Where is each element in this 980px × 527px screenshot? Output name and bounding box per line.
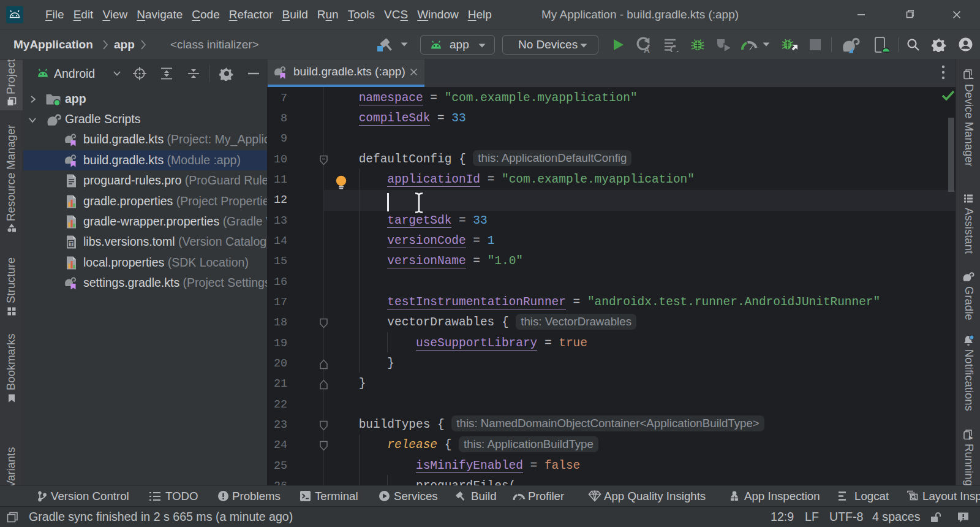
svg-text:A: A: [644, 45, 650, 53]
svg-text:T: T: [70, 241, 74, 247]
svg-text:▶: ▶: [969, 434, 973, 440]
